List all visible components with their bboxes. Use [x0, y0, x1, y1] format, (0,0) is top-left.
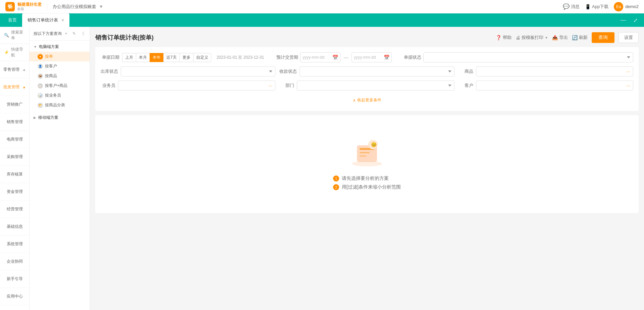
date-btn-custom[interactable]: 自定义	[193, 53, 211, 62]
template-print-link[interactable]: 🖨 按模板打印 ▼	[516, 35, 548, 41]
sidebar-item-finance[interactable]: 资金管理	[0, 183, 29, 201]
settings-button[interactable]: 设置	[619, 32, 639, 43]
scheme-collapse-btn[interactable]: 《	[79, 30, 86, 37]
product-cell: 商品 ···	[459, 66, 633, 76]
department-label: 部门	[279, 83, 294, 89]
scheme-group-mobile-title[interactable]: ▶ 移动端方案	[30, 113, 90, 122]
tab-maximize-btn[interactable]: ⤢	[631, 15, 640, 25]
payment-status-label: 收款状态	[279, 68, 297, 74]
scheme-panel: 按以下方案查询 + ✎ 《 ▼ 电脑端方案	[30, 27, 90, 310]
status-label: 单据状态	[402, 54, 421, 60]
svg-rect-3	[360, 152, 370, 153]
sidebar-item-ecommerce[interactable]: 电商管理	[0, 131, 29, 148]
scheme-edit-btn[interactable]: ✎	[71, 30, 77, 37]
empty-state-illustration: 😊	[347, 135, 387, 169]
print-dropdown-arrow[interactable]: ▼	[545, 36, 548, 40]
date-separator: —	[344, 55, 348, 60]
svg-rect-4	[360, 155, 366, 157]
user-profile[interactable]: Ea demo2	[614, 2, 639, 11]
date-btn-more[interactable]: 更多	[179, 53, 193, 62]
sidebar-item-purchase[interactable]: 采购管理	[0, 148, 29, 166]
main-content: 销售订单统计表(按单) ❓ 帮助 🖨 按模板打印 ▼ 📤 导出	[90, 27, 644, 310]
sidebar-item-cooperation[interactable]: 企业协同	[0, 253, 29, 270]
sidebar-item-appstore[interactable]: 应用中心	[0, 288, 29, 305]
tip-1: 1 请先选择要分析的方案	[333, 175, 401, 182]
page-header: 销售订单统计表(按单) ❓ 帮助 🖨 按模板打印 ▼ 📤 导出	[95, 32, 639, 43]
by-category-icon: 📂	[38, 103, 43, 108]
sidebar-item-sales[interactable]: 销售管理	[0, 113, 29, 131]
filter-row-2: 出库状态 收款状态 商品	[101, 66, 633, 76]
by-order-icon: ●	[38, 54, 43, 59]
tab-minimize-btn[interactable]: —	[619, 15, 628, 25]
help-icon: ❓	[496, 35, 501, 40]
scheme-item-by-product[interactable]: 📦 按商品	[30, 71, 90, 81]
payment-status-cell: 收款状态	[279, 66, 454, 76]
app-info: 畅捷通好生意 标版	[17, 2, 42, 11]
help-link[interactable]: ❓ 帮助	[496, 35, 512, 41]
tip-2-num: 2	[333, 184, 339, 190]
refresh-link[interactable]: 🔄 刷新	[572, 35, 588, 41]
by-product-icon: 📦	[38, 73, 43, 79]
product-input[interactable]: ···	[476, 66, 633, 76]
collapse-bar[interactable]: ∧ 收起更多条件	[101, 95, 633, 106]
sidebar-item-operation[interactable]: 经营管理	[0, 201, 29, 218]
payment-status-select[interactable]	[300, 66, 454, 76]
app-download-btn[interactable]: 📱 App下载	[585, 4, 608, 10]
sidebar-item-guide[interactable]: 新手引导	[0, 270, 29, 288]
export-link[interactable]: 📤 导出	[552, 35, 568, 41]
main-layout: 🔍 搜索菜单 ⚡ 快捷导航 零售管理 ▲ 批发管理 ▲ 营销推广 销售管理 电商…	[0, 27, 644, 310]
empty-state-tips: 1 请先选择要分析的方案 2 用[过滤]条件来缩小分析范围	[333, 175, 401, 193]
status-group: 单据状态	[402, 52, 633, 62]
sidebar-quick-nav[interactable]: ⚡ 快捷导航	[0, 44, 29, 61]
date-filter-group: 单据日期 上月 本月 本年 近7天	[101, 53, 264, 62]
sidebar-item-wechat[interactable]: 企业微信	[0, 305, 29, 310]
sidebar-item-basic[interactable]: 基础信息	[0, 218, 29, 236]
date-btn-this-year[interactable]: 本年	[150, 53, 163, 62]
tab-home[interactable]: 首页	[3, 13, 22, 27]
scheme-item-by-customer-product[interactable]: 📋 按客户+商品	[30, 81, 90, 91]
scheme-item-by-category[interactable]: 📂 按商品分类	[30, 100, 90, 110]
shipment-status-label: 出库状态	[101, 68, 118, 74]
date-btn-last-month[interactable]: 上月	[122, 53, 136, 62]
sidebar-search-menu[interactable]: 🔍 搜索菜单	[0, 27, 29, 44]
date-btn-last-7days[interactable]: 近7天	[163, 53, 179, 62]
scheme-item-by-customer[interactable]: 👤 按客户	[30, 61, 90, 71]
workspace-arrow[interactable]: ▼	[99, 4, 103, 9]
tab-close-btn[interactable]: ×	[61, 17, 64, 23]
date-btn-this-month[interactable]: 本月	[136, 53, 150, 62]
query-button[interactable]: 查询	[592, 32, 614, 43]
date-label: 单据日期	[101, 54, 119, 60]
sidebar: 🔍 搜索菜单 ⚡ 快捷导航 零售管理 ▲ 批发管理 ▲ 营销推广 销售管理 电商…	[0, 27, 30, 310]
app-logo: 畅	[5, 2, 15, 11]
delivery-start-date[interactable]: yyyy-mm-dd 📅	[300, 52, 340, 62]
page-title: 销售订单统计表(按单)	[95, 34, 154, 42]
nav-icon: ⚡	[4, 50, 9, 55]
tab-bar-actions: — ⤢	[619, 15, 644, 25]
sidebar-item-marketing[interactable]: 营销推广	[0, 96, 29, 113]
scheme-group-desktop-title[interactable]: ▼ 电脑端方案	[30, 42, 90, 52]
tab-sales-order[interactable]: 销售订单统计表 ×	[22, 13, 69, 27]
scheme-add-btn[interactable]: +	[63, 30, 69, 37]
avatar: Ea	[614, 2, 623, 11]
delivery-end-date[interactable]: yyyy-mm-dd 📅	[352, 52, 392, 62]
message-btn[interactable]: 💬 消息	[563, 3, 580, 10]
scheme-item-by-order[interactable]: ● 按单	[30, 52, 90, 61]
sidebar-item-retail[interactable]: 零售管理 ▲	[0, 61, 29, 79]
customer-input[interactable]: ···	[476, 81, 633, 91]
salesperson-input[interactable]: ···	[118, 81, 275, 91]
sidebar-item-wholesale[interactable]: 批发管理 ▲	[0, 79, 29, 96]
sidebar-item-system[interactable]: 系统管理	[0, 236, 29, 253]
scheme-group-mobile: ▶ 移动端方案	[30, 111, 90, 124]
date-range-display: 2023-01-01 至 2023-12-31	[217, 55, 264, 60]
scheme-panel-header: 按以下方案查询 + ✎ 《	[30, 27, 90, 41]
scheme-panel-actions: + ✎ 《	[63, 30, 86, 37]
top-bar-right: 💬 消息 📱 App下载 Ea demo2	[563, 2, 639, 11]
scheme-item-by-salesperson[interactable]: 📊 按业务员	[30, 91, 90, 100]
maximize-icon: ⤢	[633, 17, 638, 23]
sidebar-item-inventory[interactable]: 库存核算	[0, 166, 29, 183]
shipment-status-select[interactable]	[121, 66, 275, 76]
top-bar: 畅 畅捷通好生意 标版 办公用品行业模拟账套 ▼ 💬 消息 📱 App下载 Ea…	[0, 0, 644, 13]
download-icon: 📱	[585, 4, 591, 9]
department-select[interactable]	[297, 81, 454, 91]
status-select[interactable]	[423, 52, 633, 62]
